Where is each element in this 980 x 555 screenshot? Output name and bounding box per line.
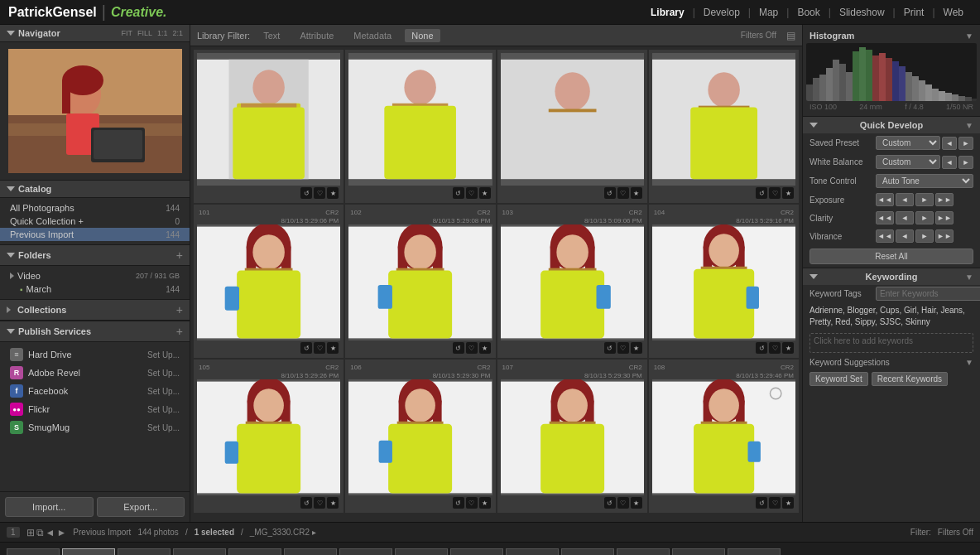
- photo-cell-row2-2[interactable]: 106 CR2 8/10/13 5:29:30 PM: [345, 360, 495, 513]
- folder-item-video[interactable]: Video 207 / 931 GB: [0, 269, 190, 282]
- tab-print[interactable]: Print: [896, 3, 933, 22]
- photo-rotate-icon[interactable]: ↺: [604, 342, 616, 354]
- filter-grid-icon[interactable]: ▤: [786, 30, 795, 41]
- photo-star-icon[interactable]: ★: [327, 187, 339, 199]
- photo-flag-icon[interactable]: ♡: [769, 497, 781, 509]
- tab-web[interactable]: Web: [935, 3, 972, 22]
- prev-icon[interactable]: ◄: [46, 527, 55, 538]
- export-button[interactable]: Export...: [97, 497, 185, 517]
- photo-cell-row2-3[interactable]: 107 CR2 8/10/13 5:29:30 PM: [497, 360, 647, 513]
- tab-develop[interactable]: Develop: [695, 3, 748, 22]
- service-flickr[interactable]: ●● Flickr Set Up...: [0, 400, 190, 418]
- filmstrip-thumb-11[interactable]: [561, 548, 614, 556]
- collections-section-header[interactable]: Collections +: [0, 299, 190, 321]
- clarity-inc-inc[interactable]: ►►: [935, 211, 954, 224]
- photo-cell-row1-1[interactable]: 101 CR2 8/10/13 5:29:06 PM: [194, 205, 343, 358]
- catalog-section-header[interactable]: Catalog: [0, 180, 190, 198]
- grid-view-icon[interactable]: ⊞: [26, 527, 35, 538]
- photo-flag-icon[interactable]: ♡: [466, 342, 478, 354]
- photo-flag-icon[interactable]: ♡: [314, 342, 325, 354]
- photo-star-icon[interactable]: ★: [479, 187, 491, 199]
- photo-rotate-icon[interactable]: ↺: [453, 342, 464, 354]
- exposure-inc-inc[interactable]: ►►: [935, 193, 954, 206]
- vibrance-inc[interactable]: ►: [915, 229, 934, 243]
- qd-menu-icon[interactable]: ▼: [965, 121, 973, 130]
- photo-rotate-icon[interactable]: ↺: [300, 342, 312, 354]
- filter-tab-attribute[interactable]: Attribute: [293, 29, 340, 42]
- exposure-dec-dec[interactable]: ◄◄: [876, 193, 894, 206]
- photo-flag-icon[interactable]: ♡: [617, 342, 629, 354]
- filmstrip-thumb-7[interactable]: [339, 548, 392, 556]
- kw-menu-icon[interactable]: ▼: [965, 273, 973, 282]
- photo-rotate-icon[interactable]: ↺: [604, 497, 616, 509]
- white-balance-select[interactable]: Custom: [876, 155, 940, 169]
- filmstrip-thumb-8[interactable]: [395, 548, 448, 556]
- filmstrip-thumb-5[interactable]: [228, 548, 281, 556]
- photo-star-icon[interactable]: ★: [479, 497, 491, 509]
- photo-rotate-icon[interactable]: ↺: [453, 187, 464, 199]
- photo-flag-icon[interactable]: ♡: [466, 187, 478, 199]
- catalog-item-previous-import[interactable]: Previous Import 144: [0, 228, 190, 241]
- compare-view-icon[interactable]: ⧉: [36, 527, 44, 538]
- photo-rotate-icon[interactable]: ↺: [300, 497, 312, 509]
- photo-star-icon[interactable]: ★: [631, 342, 642, 354]
- folders-add-icon[interactable]: +: [176, 249, 183, 262]
- zoom-1to1[interactable]: 1:1: [157, 29, 168, 37]
- photo-flag-icon[interactable]: ♡: [466, 497, 478, 509]
- photo-cell-row2-1[interactable]: 105 CR2 8/10/13 5:29:26 PM: [194, 360, 343, 513]
- filter-tab-none[interactable]: None: [405, 29, 440, 42]
- photo-cell-row2-4[interactable]: 108 CR2 8/10/13 5:29:46 PM: [649, 360, 799, 513]
- photo-rotate-icon[interactable]: ↺: [756, 187, 767, 199]
- filmstrip-thumb-6[interactable]: [284, 548, 337, 556]
- filmstrip-thumb-14[interactable]: [728, 548, 781, 556]
- service-hard-drive[interactable]: ≡ Hard Drive Set Up...: [0, 345, 190, 364]
- tab-book[interactable]: Book: [789, 3, 828, 22]
- photo-cell-row0-4[interactable]: ↺ ♡ ★: [649, 50, 799, 203]
- catalog-item-quick[interactable]: Quick Collection + 0: [0, 215, 190, 228]
- photo-cell-row1-3[interactable]: 103 CR2 8/10/13 5:09:06 PM: [497, 205, 647, 358]
- filmstrip-thumb-13[interactable]: [672, 548, 725, 556]
- photo-star-icon[interactable]: ★: [479, 342, 491, 354]
- photo-flag-icon[interactable]: ♡: [314, 497, 325, 509]
- filmstrip-thumb-4[interactable]: [173, 548, 226, 556]
- photo-cell-row0-2[interactable]: ↺ ♡ ★: [345, 50, 495, 203]
- vibrance-dec[interactable]: ◄: [896, 229, 914, 243]
- wb-prev[interactable]: ◄: [942, 156, 957, 169]
- exposure-inc[interactable]: ►: [915, 193, 934, 206]
- navigator-header[interactable]: Navigator FIT FILL 1:1 2:1: [0, 25, 190, 42]
- service-facebook[interactable]: f Facebook Set Up...: [0, 382, 190, 400]
- exposure-dec[interactable]: ◄: [896, 193, 914, 206]
- vibrance-inc-inc[interactable]: ►►: [935, 229, 954, 243]
- next-icon[interactable]: ►: [56, 527, 66, 538]
- photo-rotate-icon[interactable]: ↺: [756, 497, 767, 509]
- filmstrip-thumb-9[interactable]: [450, 548, 503, 556]
- zoom-fit[interactable]: FIT: [121, 29, 132, 37]
- photo-cell-row1-2[interactable]: 102 CR2 8/10/13 5:29:08 PM: [345, 205, 495, 358]
- reset-all-button[interactable]: Reset All: [809, 249, 973, 264]
- photo-star-icon[interactable]: ★: [782, 497, 794, 509]
- publish-services-header[interactable]: Publish Services +: [0, 321, 190, 342]
- recent-keywords-button[interactable]: Recent Keywords: [872, 372, 948, 386]
- photo-cell-row0-3[interactable]: ↺ ♡ ★: [497, 50, 647, 203]
- zoom-2to1[interactable]: 2:1: [172, 29, 183, 37]
- photo-cell-row0-1[interactable]: ↺ ♡ ★: [194, 50, 343, 203]
- saved-preset-prev[interactable]: ◄: [942, 137, 957, 150]
- photo-flag-icon[interactable]: ♡: [617, 187, 629, 199]
- filmstrip-thumb-10[interactable]: [506, 548, 559, 556]
- vibrance-dec-dec[interactable]: ◄◄: [876, 229, 894, 243]
- folders-section-header[interactable]: Folders +: [0, 244, 190, 266]
- photo-rotate-icon[interactable]: ↺: [300, 187, 312, 199]
- publish-add-icon[interactable]: +: [176, 325, 183, 338]
- clarity-dec-dec[interactable]: ◄◄: [876, 211, 894, 224]
- service-smugmug[interactable]: S SmugMug Set Up...: [0, 418, 190, 437]
- folder-item-march[interactable]: ▪ March 144: [0, 282, 190, 296]
- photo-rotate-icon[interactable]: ↺: [756, 342, 767, 354]
- tab-slideshow[interactable]: Slideshow: [831, 3, 893, 22]
- quick-develop-header[interactable]: Quick Develop ▼: [803, 117, 980, 133]
- photo-rotate-icon[interactable]: ↺: [453, 497, 464, 509]
- import-button[interactable]: Import...: [5, 497, 94, 517]
- keyword-click-area[interactable]: Click here to add keywords: [809, 333, 973, 353]
- zoom-fill[interactable]: FILL: [137, 29, 152, 37]
- photo-star-icon[interactable]: ★: [327, 497, 339, 509]
- photo-flag-icon[interactable]: ♡: [617, 497, 629, 509]
